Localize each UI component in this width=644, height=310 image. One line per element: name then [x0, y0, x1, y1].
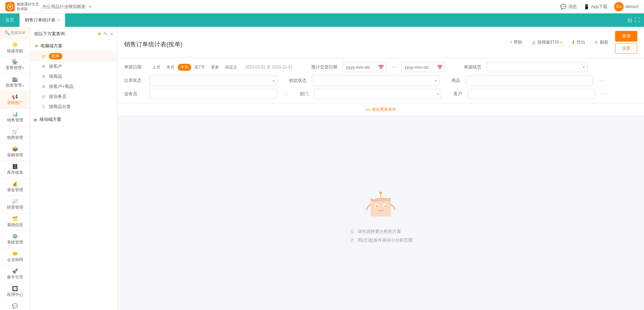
content-area: 按以下方案查询 + ✎ « ▼ 电脑端方案 ⊙ 按单 ⊞ 按客户: [30, 27, 644, 310]
tree-child-by-salesperson[interactable]: ⊟ 按业务员: [30, 92, 117, 102]
end-date-calendar-icon: 📅: [437, 65, 442, 70]
sidebar-item-inventory[interactable]: 🗄️ 库存核算: [0, 161, 30, 178]
empty-texts: 1 请先选择要分析的方案 2 用[过滤]条件来缩小分析范围: [349, 228, 412, 243]
left-panel: 按以下方案查询 + ✎ « ▼ 电脑端方案 ⊙ 按单 ⊞ 按客户: [30, 27, 117, 310]
logo-text: 畅捷通好生意 标准版: [17, 2, 39, 11]
help-btn[interactable]: ? 帮助: [507, 38, 525, 47]
by-product-label: 按商品: [49, 73, 62, 80]
print-icon: 🖨: [532, 40, 536, 45]
collapse-bar-label: 收起更多条件: [372, 107, 396, 112]
payment-label: 收款状态: [289, 78, 307, 84]
sidebar-item-basic[interactable]: 🗂️ 基础信息: [0, 213, 30, 231]
message-icon: 💬: [560, 4, 567, 10]
tab-close-icon[interactable]: ×: [57, 18, 60, 22]
sidebar-item-newbie[interactable]: 🚀 新手引导: [0, 266, 30, 283]
collapse-arrow-icon: ∧∧: [365, 107, 371, 112]
customer-dots-icon[interactable]: ···: [602, 91, 606, 97]
page-header: 销售订单统计表(按单) ? 帮助 🖨 按模板打印 ▾ ⬇ 导出: [117, 27, 644, 58]
left-panel-actions: + ✎ «: [98, 31, 113, 37]
top-bar-right: 💬 消息 📱 App下载 Ea demo2: [560, 2, 639, 11]
sidebar-item-retail[interactable]: 🏪 零售管理 ▾: [0, 56, 30, 74]
sidebar-item-shortcut[interactable]: ⭐ 快捷导航: [0, 39, 30, 56]
tab-maximize-icon[interactable]: ⛶: [635, 17, 640, 23]
tree-mobile-arrow: ▶: [34, 117, 38, 122]
tree-parent-pc[interactable]: ▼ 电脑端方案: [30, 41, 117, 51]
custom-btn[interactable]: 自定义: [222, 64, 240, 71]
search-icon: 🔍: [4, 30, 10, 35]
empty-illustration: [361, 183, 401, 223]
left-panel-title: 按以下方案查询: [34, 31, 65, 37]
query-button[interactable]: 查询: [615, 31, 637, 42]
svg-point-4: [376, 205, 378, 207]
tree-parent-label: 电脑端方案: [41, 43, 62, 49]
salesperson-label: 业务员: [124, 91, 144, 97]
department-label: 部门: [300, 91, 309, 97]
sidebar-item-operation[interactable]: 📈 经营管理: [0, 196, 30, 213]
sidebar-item-system[interactable]: ⚙️ 系统管理: [0, 231, 30, 248]
more-btn[interactable]: 更多: [208, 64, 222, 71]
sidebar-item-marketing[interactable]: 📢 营销推广: [0, 91, 30, 109]
collapse-bar[interactable]: ∧∧ 收起更多条件: [117, 103, 644, 116]
product-input[interactable]: [466, 75, 593, 86]
customer-input[interactable]: [468, 89, 595, 99]
sidebar-item-finance[interactable]: 💰 资金管理: [0, 178, 30, 196]
start-date-calendar-icon: 📅: [378, 65, 384, 70]
end-date-wrapper: 📅: [401, 62, 445, 72]
this-year-btn[interactable]: 本年: [178, 64, 191, 71]
refresh-btn[interactable]: ↻ 刷新: [592, 38, 611, 47]
tree-parent-mobile[interactable]: ▶ 移动端方案: [30, 114, 117, 124]
sidebar: 🔍 搜索菜单 ⭐ 快捷导航 🏪 零售管理 ▾ 🏬 批发管理 ▴ 📢 营销推广: [0, 27, 30, 310]
tree-child-by-category[interactable]: ⊡ 按商品分类: [30, 102, 117, 112]
setting-button[interactable]: 设置: [615, 43, 637, 54]
payment-select[interactable]: [312, 75, 439, 86]
sidebar-item-appstore[interactable]: 🔲 应用中心: [0, 283, 30, 301]
empty-state: 1 请先选择要分析的方案 2 用[过滤]条件来缩小分析范围: [117, 116, 644, 310]
by-customer-product-icon: ⊞: [41, 84, 46, 89]
breadcrumb-title: 办公用品行业模拟账套: [42, 4, 86, 10]
marketing-icon: 📢: [12, 94, 18, 99]
print-btn[interactable]: 🖨 按模板打印 ▾: [529, 38, 565, 47]
salesperson-input[interactable]: [150, 89, 277, 99]
tree-child-by-customer[interactable]: ⊞ 按客户: [30, 61, 117, 71]
prev-month-btn[interactable]: 上月: [150, 64, 163, 71]
sidebar-item-enterprise[interactable]: 🤝 企业协同: [0, 248, 30, 266]
sidebar-search[interactable]: 🔍 搜索菜单: [0, 27, 30, 39]
start-date-wrapper: 📅: [343, 62, 386, 72]
salesperson-dots-icon[interactable]: ···: [284, 91, 288, 97]
tree-mobile-label: 移动端方案: [40, 116, 61, 122]
tab-minimize-icon[interactable]: ⊟: [628, 17, 632, 23]
user-menu[interactable]: Ea demo2: [614, 2, 639, 11]
sidebar-item-wechat[interactable]: 💬 企业微信: [0, 301, 30, 310]
tab-sales-stats[interactable]: 销售订单统计表 ×: [19, 13, 65, 27]
tree-child-by-customer-product[interactable]: ⊞ 按客户+商品: [30, 82, 117, 92]
this-month-btn[interactable]: 本月: [164, 64, 177, 71]
operation-icon: 📈: [12, 199, 18, 204]
tab-home[interactable]: 首页: [0, 13, 19, 27]
sidebar-item-purchase[interactable]: 📦 采购管理: [0, 144, 30, 161]
sidebar-item-ecommerce[interactable]: 🛒 电商管理: [0, 126, 30, 144]
by-salesperson-icon: ⊟: [41, 94, 46, 99]
add-scheme-icon[interactable]: +: [98, 31, 101, 37]
message-btn[interactable]: 💬 消息: [560, 4, 577, 10]
product-dots-icon[interactable]: ···: [600, 78, 604, 83]
hint-2: 2 用[过滤]条件来缩小分析范围: [349, 237, 412, 243]
tree-child-by-product[interactable]: ⊞ 按商品: [30, 71, 117, 82]
by-order-label: 按单: [49, 53, 62, 59]
edit-scheme-icon[interactable]: ✎: [104, 31, 108, 37]
logo-icon: [5, 2, 15, 11]
sidebar-item-wholesale[interactable]: 🏬 批发管理 ▴: [0, 74, 30, 91]
inventory-icon: 🗄️: [12, 164, 18, 169]
sidebar-item-sales[interactable]: 📊 销售管理: [0, 109, 30, 126]
status-select[interactable]: [487, 62, 587, 72]
tree-child-by-order[interactable]: ⊙ 按单: [30, 51, 117, 61]
department-select[interactable]: [314, 89, 441, 99]
wechat-icon: 💬: [12, 303, 18, 309]
page-title: 销售订单统计表(按单): [124, 40, 182, 48]
7days-btn[interactable]: 近7天: [192, 64, 208, 71]
collapse-panel-icon[interactable]: «: [110, 31, 113, 37]
outbound-select[interactable]: [150, 75, 277, 86]
app-download-btn[interactable]: 📱 App下载: [584, 4, 607, 10]
export-btn[interactable]: ⬇ 导出: [569, 38, 588, 47]
right-panel: 销售订单统计表(按单) ? 帮助 🖨 按模板打印 ▾ ⬇ 导出: [117, 27, 644, 310]
breadcrumb-arrow[interactable]: ▾: [89, 4, 91, 9]
